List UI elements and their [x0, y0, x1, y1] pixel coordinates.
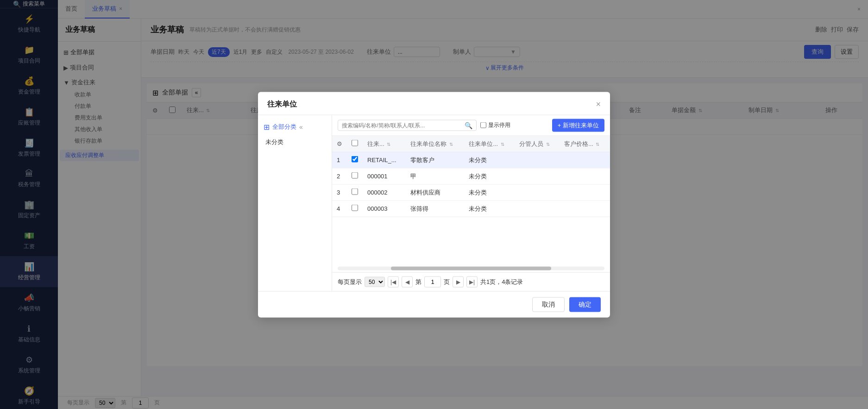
row-code: RETAIL_... — [363, 152, 406, 168]
cancel-button[interactable]: 取消 — [532, 297, 565, 312]
next-page-button[interactable]: ▶ — [453, 276, 464, 287]
table-row[interactable]: 4 000003 张筛得 未分类 — [332, 201, 610, 217]
row-code: 000002 — [363, 184, 406, 201]
dialog-table-header-code: 往来... ⇅ — [363, 136, 406, 152]
dialog-table-header-settings[interactable]: ⚙ — [332, 136, 347, 152]
row-name: 材料供应商 — [406, 184, 464, 201]
table-row[interactable]: 2 000001 甲 未分类 — [332, 168, 610, 184]
row-price — [560, 184, 610, 201]
dialog-category-unclassified[interactable]: 未分类 — [258, 135, 332, 149]
page-label: 第 — [415, 277, 421, 286]
dialog-table-wrap: ⚙ 往来... ⇅ 往来单位名称 ⇅ 往来单位... ⇅ 分管人员 ⇅ 客户价格… — [332, 136, 610, 264]
current-page-input[interactable] — [424, 276, 441, 287]
row-price — [560, 168, 610, 184]
per-page-select[interactable]: 50 — [365, 277, 385, 287]
row-category: 未分类 — [464, 184, 515, 201]
dialog-select-all[interactable] — [352, 140, 358, 146]
search-icon-2: 🔍 — [465, 121, 472, 129]
row-category: 未分类 — [464, 168, 515, 184]
dialog-table-header-checkbox[interactable] — [347, 136, 363, 152]
dialog-body: ⊞ 全部分类 « 未分类 🔍 显示停用 + 新增往来单位 — [258, 115, 610, 291]
prev-page-button[interactable]: ◀ — [402, 276, 413, 287]
row-code: 000001 — [363, 168, 406, 184]
row-checkbox[interactable] — [347, 152, 363, 168]
add-counterparty-button[interactable]: + 新增往来单位 — [552, 119, 604, 132]
row-index: 2 — [332, 168, 347, 184]
dialog-scrollbar-thumb[interactable] — [391, 266, 551, 270]
dialog-table-header-price: 客户价格... ⇅ — [560, 136, 610, 152]
dialog-search-input[interactable] — [342, 122, 465, 128]
row-checkbox[interactable] — [347, 168, 363, 184]
row-checkbox[interactable] — [347, 201, 363, 217]
row-index: 4 — [332, 201, 347, 217]
dialog-table-header-manager: 分管人员 ⇅ — [515, 136, 560, 152]
row-name: 零散客户 — [406, 152, 464, 168]
total-label: 共1页，4条记录 — [480, 277, 523, 286]
row-manager — [515, 152, 560, 168]
show-disabled-checkbox[interactable] — [480, 122, 486, 128]
row-manager — [515, 168, 560, 184]
row-manager — [515, 184, 560, 201]
row-checkbox[interactable] — [347, 184, 363, 201]
dialog-pagination: 每页显示 50 |◀ ◀ 第 页 ▶ ▶| 共1页，4条记录 — [332, 272, 610, 291]
row-name: 甲 — [406, 168, 464, 184]
dialog-header: 往来单位 × — [258, 92, 610, 115]
dialog-table: ⚙ 往来... ⇅ 往来单位名称 ⇅ 往来单位... ⇅ 分管人员 ⇅ 客户价格… — [332, 136, 610, 217]
per-page-label: 每页显示 — [338, 277, 362, 286]
panel-collapse-icon[interactable]: « — [299, 123, 303, 131]
show-disabled-text: 显示停用 — [488, 121, 510, 129]
dialog-search-box: 🔍 — [338, 120, 477, 131]
page-suffix: 页 — [444, 277, 450, 286]
dialog-table-header-name: 往来单位名称 ⇅ — [406, 136, 464, 152]
confirm-button[interactable]: 确定 — [569, 297, 601, 312]
dialog-category-label[interactable]: 全部分类 — [272, 123, 296, 131]
dialog-table-header-category: 往来单位... ⇅ — [464, 136, 515, 152]
row-code: 000003 — [363, 201, 406, 217]
dialog-category-header: ⊞ 全部分类 « — [258, 119, 332, 135]
row-category: 未分类 — [464, 152, 515, 168]
dialog-right-panel: 🔍 显示停用 + 新增往来单位 ⚙ 往来... ⇅ 往来单位名 — [332, 115, 610, 291]
row-index: 3 — [332, 184, 347, 201]
row-index: 1 — [332, 152, 347, 168]
dialog-footer: 取消 确定 — [258, 291, 610, 317]
grid-icon-3: ⊞ — [264, 122, 270, 131]
row-price — [560, 152, 610, 168]
dialog-left-panel: ⊞ 全部分类 « 未分类 — [258, 115, 332, 291]
row-price — [560, 201, 610, 217]
table-row[interactable]: 3 000002 材料供应商 未分类 — [332, 184, 610, 201]
dialog-close-button[interactable]: × — [596, 100, 601, 108]
row-manager — [515, 201, 560, 217]
last-page-button[interactable]: ▶| — [466, 276, 478, 287]
row-category: 未分类 — [464, 201, 515, 217]
dialog-scrollbar[interactable] — [338, 266, 604, 270]
dialog-toolbar: 🔍 显示停用 + 新增往来单位 — [332, 115, 610, 136]
dialog-title: 往来单位 — [267, 99, 297, 109]
first-page-button[interactable]: |◀ — [388, 276, 399, 287]
show-disabled-label: 显示停用 — [480, 121, 510, 129]
table-row[interactable]: 1 RETAIL_... 零散客户 未分类 — [332, 152, 610, 168]
counterparty-dialog: 往来单位 × ⊞ 全部分类 « 未分类 🔍 显示停用 — [258, 92, 610, 317]
row-name: 张筛得 — [406, 201, 464, 217]
